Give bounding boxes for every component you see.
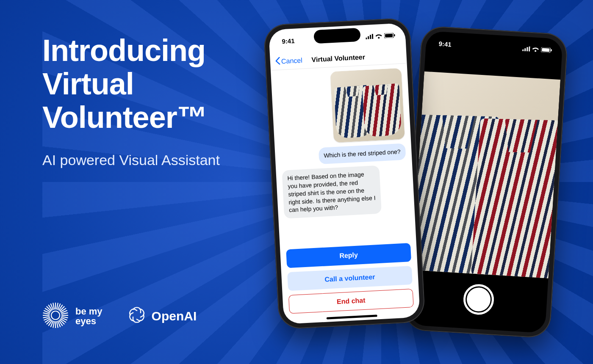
photo-shirts — [330, 68, 405, 143]
svg-rect-40 — [366, 37, 367, 39]
home-indicator — [327, 314, 377, 319]
svg-point-0 — [51, 311, 60, 320]
hero-subhead: AI powered Visual Assistant — [42, 151, 280, 169]
svg-line-26 — [57, 303, 58, 310]
svg-line-10 — [53, 321, 54, 328]
nav-title: Virtual Volunteer — [311, 53, 365, 64]
openai-wordmark: OpenAI — [152, 309, 197, 323]
svg-line-24 — [53, 303, 54, 310]
svg-rect-33 — [522, 49, 524, 51]
svg-line-2 — [61, 317, 68, 318]
back-button[interactable]: Cancel — [275, 55, 302, 66]
svg-rect-46 — [394, 34, 395, 36]
shirt-red-striped — [362, 83, 402, 137]
svg-rect-42 — [370, 35, 371, 39]
svg-rect-36 — [529, 46, 530, 51]
assistant-message: Hi there! Based on the image you have pr… — [282, 165, 382, 219]
bemyeyes-icon — [42, 302, 69, 330]
bemyeyes-wordmark: be my eyes — [75, 306, 103, 326]
end-chat-button[interactable]: End chat — [288, 289, 414, 314]
openai-logo: OpenAI — [128, 306, 197, 327]
svg-rect-38 — [542, 48, 549, 52]
wifi-icon — [375, 32, 382, 40]
svg-rect-34 — [524, 48, 526, 51]
battery-icon — [384, 32, 396, 39]
shutter-button[interactable] — [463, 283, 495, 315]
cellular-icon — [522, 45, 530, 52]
camera-viewfinder — [412, 72, 560, 279]
svg-rect-35 — [526, 47, 528, 51]
cellular-icon — [366, 33, 374, 41]
status-time: 9:41 — [438, 40, 452, 48]
dynamic-island — [313, 28, 361, 44]
photo-shirts — [412, 72, 560, 279]
phone-camera: 9:41 — [403, 25, 568, 339]
status-time: 9:41 — [282, 37, 295, 45]
svg-line-18 — [43, 313, 50, 314]
openai-icon — [128, 306, 146, 327]
back-label: Cancel — [281, 56, 302, 65]
svg-rect-39 — [551, 49, 552, 51]
dynamic-island — [471, 36, 518, 52]
bemyeyes-logo: be my eyes — [42, 302, 103, 330]
svg-rect-41 — [368, 36, 369, 39]
svg-rect-43 — [372, 33, 374, 39]
svg-line-16 — [43, 317, 50, 318]
hero-headline: Introducing Virtual Volunteer™ — [42, 34, 280, 135]
phone-chat: 9:41 Canc — [263, 17, 425, 329]
reply-button[interactable]: Reply — [286, 243, 411, 268]
shirt-red-striped — [470, 119, 560, 278]
wifi-icon — [532, 46, 539, 53]
user-message: Which is the red striped one? — [318, 143, 406, 164]
sent-image-thumbnail[interactable] — [330, 68, 405, 143]
svg-line-8 — [57, 321, 58, 328]
call-volunteer-button[interactable]: Call a volunteer — [287, 266, 413, 291]
svg-rect-45 — [385, 33, 393, 37]
svg-line-32 — [61, 313, 68, 314]
chevron-left-icon — [275, 57, 280, 66]
battery-icon — [541, 46, 552, 54]
